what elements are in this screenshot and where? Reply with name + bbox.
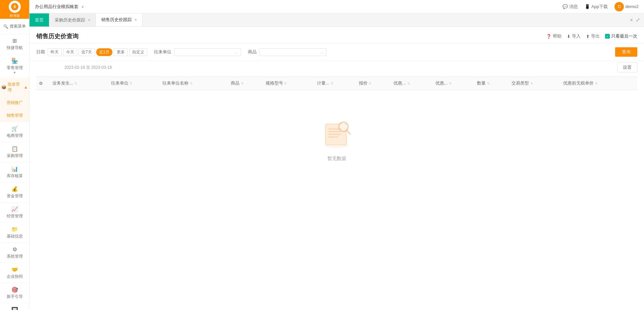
svg-text:6: 6: [13, 4, 16, 9]
date-btn-today[interactable]: 今天: [63, 48, 77, 56]
date-btn-custom[interactable]: 自定义: [129, 48, 147, 56]
header-left: 办公用品行业模拟账套 ∨: [35, 4, 84, 10]
sidebar-item-shortcut[interactable]: ⊞ 快捷导航: [0, 34, 29, 54]
logo-icon: 6: [9, 1, 21, 13]
shortcut-icon: ⊞: [12, 38, 17, 44]
download-label: App下载: [591, 4, 608, 10]
basic-icon: 📁: [11, 226, 18, 232]
sidebar-item-marketing[interactable]: 营销推广: [0, 97, 29, 109]
export-action[interactable]: ⬆ 导出: [586, 33, 600, 39]
search-menu-label: 搜索菜单: [10, 23, 26, 29]
settings-action: 设置: [617, 62, 637, 72]
retail-label: 零售管理: [7, 65, 23, 71]
finance-label: 资金管理: [7, 193, 23, 199]
sidebar-item-corp[interactable]: 🤝 企业协同: [0, 263, 29, 283]
download-action[interactable]: 📱 App下载: [585, 4, 608, 10]
goods-input-wrap: ...: [259, 48, 326, 56]
sort-discount2-icon: ⇅: [449, 82, 451, 85]
user-action[interactable]: D demo2: [614, 2, 639, 11]
col-trade-type[interactable]: 交易类型 ⇅: [509, 77, 560, 90]
svg-rect-6: [328, 131, 340, 132]
export-label: 导出: [591, 33, 600, 39]
col-biz-date[interactable]: 业务发生... ⇅: [50, 77, 108, 90]
empty-svg: [317, 117, 357, 150]
logo-text: 标准版: [10, 13, 20, 18]
search-button[interactable]: 查询: [615, 47, 637, 57]
only-last-label: 只看最后一次: [611, 33, 637, 39]
header-right: 💬 消息 📱 App下载 D demo2: [562, 2, 639, 11]
col-unit[interactable]: 计量... ⇅: [314, 77, 356, 90]
tab-sales-close-icon[interactable]: ×: [135, 17, 137, 22]
col-partner-code[interactable]: 往来单位 ⇅: [108, 77, 160, 90]
partner-dots-icon[interactable]: ...: [235, 50, 238, 55]
tab-purchase-history[interactable]: 采购历史价跟踪 ×: [49, 13, 96, 27]
date-filter-group: 日期 昨天 今天 近7天 近1月 更多 自定义: [36, 48, 147, 56]
finance-icon: 💰: [11, 186, 18, 192]
purchase-label: 采购管理: [7, 153, 23, 159]
sidebar-item-purchase[interactable]: 📋 采购管理: [0, 142, 29, 162]
col-price[interactable]: 报价 ⇅: [356, 77, 391, 90]
sort-unit-icon: ⇅: [331, 82, 333, 85]
partner-input-wrap: ...: [174, 48, 241, 56]
sidebar-item-sales-mgmt[interactable]: 销售管理: [0, 109, 29, 122]
tab-purchase-close-icon[interactable]: ×: [88, 18, 90, 22]
tab-home[interactable]: 首页: [30, 13, 49, 27]
col-settings[interactable]: ⚙: [36, 77, 50, 90]
sidebar-item-guide[interactable]: 🎯 新手引导: [0, 283, 29, 303]
search-menu-button[interactable]: 🔍 搜索菜单: [2, 21, 27, 31]
date-btn-yesterday[interactable]: 昨天: [48, 48, 62, 56]
search-menu-section: 🔍 搜索菜单: [0, 19, 29, 34]
date-btn-group: 昨天 今天 近7天 近1月 更多 自定义: [48, 48, 147, 56]
sidebar-item-inventory[interactable]: 📊 库存核算: [0, 162, 29, 183]
sidebar-item-operation[interactable]: 📈 经营管理: [0, 203, 29, 223]
col-discount1[interactable]: 优惠... ⇅: [391, 77, 432, 90]
help-action[interactable]: ❓ 帮助: [546, 33, 561, 39]
goods-dots-icon[interactable]: ...: [320, 50, 324, 55]
only-last-checkbox[interactable]: ✓ 只看最后一次: [605, 33, 637, 39]
import-label: 导入: [572, 33, 581, 39]
tab-bar: 首页 采购历史价跟踪 × 销售历史价跟踪 × × ⤢: [30, 13, 644, 27]
col-discount1-label: 优惠...: [393, 81, 406, 86]
col-goods[interactable]: 商品 ⇅: [228, 77, 263, 90]
date-btn-1month[interactable]: 近1月: [96, 48, 113, 56]
sort-trade-type-icon: ⇅: [530, 82, 533, 85]
column-settings-button[interactable]: ⚙: [39, 81, 43, 86]
sidebar-item-basic[interactable]: 📁 基础信息: [0, 223, 29, 243]
col-partner-name[interactable]: 往来单位名称 ⇅: [160, 77, 228, 90]
app-icon: 🔲: [11, 307, 18, 310]
sidebar-item-wholesale[interactable]: 📦 批发管理 ▲: [0, 78, 29, 97]
tab-fullscreen-icon[interactable]: ⤢: [636, 17, 640, 23]
main-content: 办公用品行业模拟账套 ∨ 💬 消息 📱 App下载 D demo2 首页 采购历…: [30, 0, 644, 310]
import-action[interactable]: ⬇ 导入: [567, 33, 581, 39]
col-spec[interactable]: 规格型号 ⇅: [263, 77, 315, 90]
empty-state: 暂无数据: [36, 90, 637, 189]
tab-sales-history[interactable]: 销售历史价跟踪 ×: [96, 13, 143, 27]
col-partner-code-label: 往来单位: [111, 81, 128, 86]
settings-button[interactable]: 设置: [617, 62, 637, 72]
date-range-text: 2023-02-18 至 2023-03-18: [64, 65, 112, 70]
date-btn-7days[interactable]: 近7天: [78, 48, 95, 56]
sidebar-item-ecommerce[interactable]: 🛒 电商管理: [0, 122, 29, 142]
sidebar-item-retail[interactable]: 🏪 零售管理 ▼: [0, 54, 29, 78]
sidebar-item-finance[interactable]: 💰 资金管理: [0, 183, 29, 203]
col-discount2-label: 优惠...: [435, 81, 448, 86]
filter-actions: 查询: [615, 47, 637, 57]
logo[interactable]: 6 标准版: [0, 0, 29, 19]
col-pretax-price[interactable]: 优惠前无税单价 ⇅: [560, 77, 637, 90]
col-discount2[interactable]: 优惠... ⇅: [433, 77, 474, 90]
sidebar-item-system[interactable]: ⚙ 系统管理: [0, 243, 29, 263]
sidebar-item-app[interactable]: 🔲 应用中心: [0, 303, 29, 310]
partner-input[interactable]: [177, 50, 234, 55]
goods-input[interactable]: [262, 50, 320, 55]
col-quantity[interactable]: 数量 ⇅: [474, 77, 509, 90]
page-title: 销售历史价查询: [36, 32, 78, 40]
tab-close-all-icon[interactable]: ×: [630, 17, 633, 23]
operation-icon: 📈: [11, 206, 18, 212]
page-content: 销售历史价查询 ❓ 帮助 ⬇ 导入 ⬆ 导出 ✓ 只看最后一次: [30, 27, 644, 310]
import-icon: ⬇: [567, 34, 571, 39]
goods-label: 商品: [248, 49, 257, 55]
date-btn-more[interactable]: 更多: [114, 48, 128, 56]
tab-purchase-label: 采购历史价跟踪: [55, 17, 85, 23]
message-action[interactable]: 💬 消息: [562, 4, 578, 10]
checkbox-icon: ✓: [605, 34, 610, 39]
